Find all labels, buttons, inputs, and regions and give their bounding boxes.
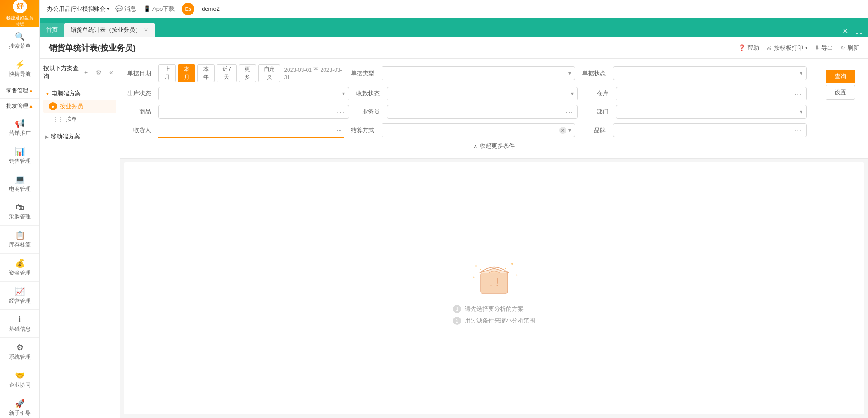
app-logo[interactable]: 好 畅捷通好生意 标版: [0, 0, 40, 27]
sidebar-item-inventory[interactable]: 📋 库存核算: [0, 226, 39, 254]
date-btn-last-month[interactable]: 上月: [158, 64, 176, 82]
settlement-label: 结算方式: [351, 126, 374, 134]
data-area: 1 请先选择要分析的方案 2 用过滤条件来缩小分析范围: [124, 162, 864, 414]
tabbar: 首页 销货单统计表（按业务员） ✕ ✕ ⛶: [40, 18, 868, 37]
sidebar-item-basic-info[interactable]: ℹ 基础信息: [0, 310, 39, 338]
sub-item-icon: ⋮⋮: [52, 116, 63, 123]
doc-type-label: 单据类型: [351, 69, 374, 77]
pc-scheme-group-title[interactable]: ▼ 电脑端方案: [43, 88, 116, 100]
date-btn-this-year[interactable]: 本年: [197, 64, 215, 82]
warehouse-label: 仓库: [585, 90, 609, 98]
empty-illustration: [467, 252, 521, 298]
svg-point-1: [475, 265, 477, 267]
settings-scheme-btn[interactable]: ⚙: [94, 67, 104, 77]
sidebar-item-guide[interactable]: 🚀 新手引导: [0, 394, 39, 418]
tip-num-1: 1: [453, 305, 461, 313]
tab-sales-stat[interactable]: 销货单统计表（按业务员） ✕: [64, 23, 155, 37]
department-dropdown-icon: ▾: [800, 109, 802, 115]
app-download-btn[interactable]: 📱 App下载: [143, 5, 175, 13]
settlement-clear-btn[interactable]: ✕: [559, 127, 566, 134]
help-btn[interactable]: ❓ 帮助: [738, 44, 759, 52]
tab-close-icon[interactable]: ✕: [144, 27, 148, 33]
scheme-sub-label: 按单: [66, 115, 77, 123]
doc-status-label: 单据状态: [582, 69, 606, 77]
scheme-active-icon: ●: [49, 102, 57, 110]
mobile-group-arrow-icon: ▶: [45, 134, 49, 139]
sidebar-item-search[interactable]: 🔍 搜索菜单: [0, 27, 39, 55]
user-name: demo2: [202, 5, 220, 12]
avatar[interactable]: Ea: [182, 3, 194, 15]
goods-select[interactable]: ···: [158, 105, 349, 119]
doc-type-select[interactable]: ▾: [382, 66, 575, 80]
doc-status-dropdown-icon: ▾: [800, 70, 802, 76]
sidebar-item-collab[interactable]: 🤝 企业协同: [0, 366, 39, 394]
doc-type-dropdown-icon: ▾: [568, 70, 571, 76]
expand-tab-btn[interactable]: ⛶: [854, 25, 864, 37]
empty-tip-1: 1 请先选择要分析的方案: [453, 305, 535, 313]
left-panel-title: 按以下方案查询: [43, 64, 81, 81]
svg-rect-0: [481, 273, 508, 293]
date-btn-7days[interactable]: 近7天: [217, 64, 237, 82]
sidebar-item-management[interactable]: 📈 经营管理: [0, 282, 39, 310]
svg-point-3: [516, 274, 518, 276]
date-btn-this-month[interactable]: 本月: [178, 64, 195, 82]
query-button[interactable]: 查询: [826, 70, 855, 83]
mobile-scheme-group-title[interactable]: ▶ 移动端方案: [43, 131, 116, 142]
tabbar-end: ✕ ⛶: [840, 25, 868, 37]
sidebar-item-wholesale[interactable]: 批发管理: [0, 99, 39, 114]
date-buttons: 上月 本月 本年 近7天 更多 自定义: [158, 64, 280, 82]
sales-stat-tab-label: 销货单统计表（按业务员）: [71, 26, 141, 34]
receipt-status-select[interactable]: ▾: [387, 87, 578, 100]
collapse-up-icon: ∧: [473, 143, 478, 150]
export-icon: ⬇: [815, 44, 820, 51]
topbar-actions: 💬 消息 📱 App下载 Ea demo2: [115, 3, 220, 15]
pc-scheme-label: 电脑端方案: [52, 90, 81, 98]
page-header-actions: ❓ 帮助 🖨 按模板打印 ▾ ⬇ 导出 ↻ 刷新: [738, 44, 859, 52]
salesperson-select[interactable]: ···: [387, 105, 578, 119]
out-status-select[interactable]: ▾: [158, 87, 349, 100]
date-btn-more[interactable]: 更多: [239, 64, 256, 82]
department-select[interactable]: ▾: [616, 105, 807, 119]
scheme-item-salesperson[interactable]: ● 按业务员: [43, 100, 116, 113]
right-panel: 单据日期 上月 本月 本年 近7天 更多 自定义 20: [120, 59, 868, 418]
pc-scheme-group: ▼ 电脑端方案 ● 按业务员 ⋮⋮ 按单: [43, 88, 116, 125]
sidebar-item-finance[interactable]: 💰 资金管理: [0, 254, 39, 282]
date-range-display: 2023-03-01 至 2023-03-31: [284, 66, 344, 81]
salesperson-label: 业务员: [356, 108, 380, 116]
refresh-btn[interactable]: ↻ 刷新: [840, 44, 859, 52]
add-scheme-btn[interactable]: +: [81, 67, 91, 77]
page-header: 销货单统计表(按业务员) ❓ 帮助 🖨 按模板打印 ▾ ⬇ 导出 ↻ 刷新: [40, 37, 868, 59]
tip-text-1: 请先选择要分析的方案: [465, 305, 524, 313]
export-btn[interactable]: ⬇ 导出: [815, 44, 833, 52]
tab-home[interactable]: 首页: [40, 23, 64, 37]
out-status-label: 出库状态: [127, 90, 151, 98]
warehouse-select[interactable]: ···: [616, 87, 807, 100]
scheme-sub-item-order[interactable]: ⋮⋮ 按单: [43, 113, 116, 125]
topbar: 办公用品行业模拟账套 ▾ 💬 消息 📱 App下载 Ea demo2: [40, 0, 868, 18]
print-btn[interactable]: 🖨 按模板打印 ▾: [766, 44, 807, 52]
close-tab-btn[interactable]: ✕: [840, 25, 850, 37]
settlement-select[interactable]: ✕ ▾: [382, 124, 575, 137]
left-panel: 按以下方案查询 + ⚙ « ▼ 电脑端方案 ● 按业务员 ⋮⋮: [40, 59, 120, 418]
collapse-btn[interactable]: ∧ 收起更多条件: [127, 139, 861, 153]
sidebar-item-sales[interactable]: 📊 销售管理: [0, 142, 39, 170]
svg-point-4: [473, 276, 475, 278]
sidebar-item-ecommerce[interactable]: 💻 电商管理: [0, 170, 39, 198]
receipt-status-label: 收款状态: [356, 90, 380, 98]
salesperson-more-icon: ···: [566, 108, 574, 115]
brand-select[interactable]: ···: [613, 124, 807, 137]
settings-button[interactable]: 设置: [826, 85, 855, 100]
account-selector[interactable]: 办公用品行业模拟账套 ▾: [47, 5, 110, 13]
recipient-input[interactable]: [158, 123, 344, 137]
help-icon: ❓: [738, 44, 745, 51]
filter-row-4: 收货人 ··· 结算方式 ✕ ▾: [127, 123, 807, 138]
sidebar-item-retail[interactable]: 零售管理: [0, 83, 39, 99]
collapse-panel-btn[interactable]: «: [106, 67, 116, 77]
sidebar-item-marketing[interactable]: 📢 营销推广: [0, 114, 39, 142]
date-btn-custom[interactable]: 自定义: [258, 64, 281, 82]
message-btn[interactable]: 💬 消息: [115, 5, 136, 13]
sidebar-item-purchase[interactable]: 🛍 采购管理: [0, 198, 39, 226]
sidebar-item-quick-nav[interactable]: ⚡ 快捷导航: [0, 55, 39, 83]
sidebar-item-system[interactable]: ⚙ 系统管理: [0, 338, 39, 366]
doc-status-select[interactable]: ▾: [613, 66, 807, 80]
